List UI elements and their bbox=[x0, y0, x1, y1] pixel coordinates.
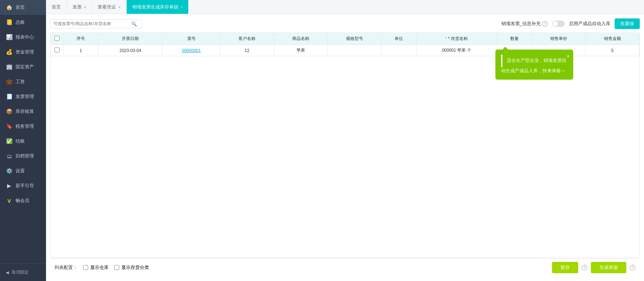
show-category-checkbox[interactable] bbox=[114, 265, 119, 270]
show-category-label: 显示存货分类 bbox=[121, 264, 149, 271]
tab-invoice-label: 发票 bbox=[73, 4, 82, 10]
search-input[interactable] bbox=[53, 21, 131, 26]
cancel-fixed-label: 取消固定 bbox=[12, 269, 29, 275]
row-seq: 1 bbox=[63, 45, 98, 56]
closing-icon: ✅ bbox=[6, 138, 13, 144]
sidebar-item-guide[interactable]: ▶ 新手引导 bbox=[0, 178, 46, 193]
col-customer: 客户名称 bbox=[220, 33, 274, 45]
col-inventory: * * 存货名称 bbox=[416, 33, 497, 45]
sidebar-item-invoice[interactable]: 🧾 发票管理 bbox=[0, 89, 46, 104]
row-product-name: 苹果 bbox=[274, 45, 328, 56]
cancel-fixed-button[interactable]: ◀ 取消固定 bbox=[0, 266, 46, 278]
sidebar-item-report[interactable]: 📊 报表中心 bbox=[0, 30, 46, 45]
col-product-name: 商品名称 bbox=[274, 33, 328, 45]
show-warehouse-group: 显示仓库 bbox=[83, 264, 109, 271]
archive-icon: 🗂 bbox=[6, 153, 13, 159]
generate-button[interactable]: 生成单据 bbox=[591, 262, 626, 273]
sidebar-item-settings[interactable]: ⚙️ 设置 bbox=[0, 164, 46, 178]
tab-home-label: 首页 bbox=[52, 4, 61, 10]
sidebar-label-ledger: 总账 bbox=[16, 19, 25, 25]
sidebar-label-closing: 结账 bbox=[16, 138, 25, 144]
sidebar-label-payroll: 工资 bbox=[16, 79, 25, 85]
col-spec: 规格型号 bbox=[328, 33, 381, 45]
sidebar-item-asset[interactable]: 🏢 固定资产 bbox=[0, 59, 46, 74]
tab-voucher-label: 查看凭证 bbox=[98, 4, 116, 10]
tab-voucher[interactable]: 查看凭证 × bbox=[92, 0, 126, 14]
save-help-icon[interactable]: ? bbox=[582, 265, 587, 270]
row-checkbox[interactable] bbox=[54, 47, 59, 52]
cancel-fixed-icon: ◀ bbox=[6, 270, 9, 275]
sidebar-label-inventory: 库存核算 bbox=[16, 108, 34, 115]
col-seq: 序号 bbox=[63, 33, 98, 45]
tooltip-popup: × 适合生产型企业，销项发票自动生成产成品入库，快来体验～ bbox=[495, 50, 573, 80]
sidebar-item-home[interactable]: 🏠 首页 bbox=[0, 0, 46, 15]
tab-voucher-close[interactable]: × bbox=[118, 5, 120, 9]
tab-bar: 首页 发票 × 查看凭证 × 销项发票生成库存单据 × bbox=[46, 0, 644, 14]
search-box[interactable]: 🔍 bbox=[50, 19, 142, 28]
sidebar-item-archive[interactable]: 🗂 归档管理 bbox=[0, 149, 46, 164]
info-label: 销项发票_信息补充 ? bbox=[501, 21, 548, 27]
row-inventory: 000001 苹果 个 bbox=[416, 45, 497, 56]
tab-home[interactable]: 首页 bbox=[46, 0, 67, 14]
enable-auto-label: 启用产成品自动入库 bbox=[569, 21, 610, 27]
batch-button[interactable]: 批量操 bbox=[615, 18, 640, 29]
row-date: 2023-03-04 bbox=[98, 45, 162, 56]
tax-icon: 🔖 bbox=[6, 123, 13, 130]
fund-icon: 💰 bbox=[6, 49, 13, 55]
tooltip-close-button[interactable]: × bbox=[567, 52, 570, 60]
tab-active-label: 销项发票生成库存单据 bbox=[132, 4, 178, 10]
sidebar-label-vip: 畅会员 bbox=[16, 197, 29, 204]
bottom-actions: 暂存 ? 生成单据 ? bbox=[552, 262, 636, 273]
search-icon: 🔍 bbox=[131, 21, 137, 27]
list-config-label: 列表配置： bbox=[54, 264, 77, 271]
tab-active[interactable]: 销项发票生成库存单据 × bbox=[127, 0, 189, 14]
select-all-checkbox[interactable] bbox=[54, 36, 59, 41]
tab-active-close[interactable]: × bbox=[180, 5, 183, 9]
row-checkbox-cell bbox=[51, 45, 63, 56]
toolbar: 🔍 销项发票_信息补充 ? 启用产成品自动入库 批量操 bbox=[50, 18, 640, 29]
col-ticket-no: 票号 bbox=[162, 33, 220, 45]
sidebar-item-closing[interactable]: ✅ 结账 bbox=[0, 134, 46, 149]
sidebar-item-tax[interactable]: 🔖 税务管理 bbox=[0, 119, 46, 134]
tab-invoice[interactable]: 发票 × bbox=[67, 0, 92, 14]
sidebar-item-payroll[interactable]: 💼 工资 bbox=[0, 74, 46, 89]
sidebar-label-archive: 归档管理 bbox=[16, 153, 34, 159]
invoice-icon: 🧾 bbox=[6, 93, 13, 100]
show-category-group: 显示存货分类 bbox=[114, 264, 149, 271]
settings-icon: ⚙️ bbox=[6, 168, 13, 174]
tab-invoice-close[interactable]: × bbox=[84, 5, 86, 9]
sidebar-item-vip[interactable]: V 畅会员 bbox=[0, 193, 46, 208]
payroll-icon: 💼 bbox=[6, 79, 13, 85]
report-icon: 📊 bbox=[6, 34, 13, 40]
col-amount: 销售金额 bbox=[586, 33, 639, 45]
col-price: 销售单价 bbox=[532, 33, 586, 45]
sidebar-label-home: 首页 bbox=[16, 4, 25, 11]
ledger-icon: 📒 bbox=[6, 19, 13, 25]
table-header-row: 序号 开票日期 票号 客户名称 商品名称 规格型号 单位 * * 存货名称 数量… bbox=[51, 33, 639, 45]
sidebar-item-fund[interactable]: 💰 资金管理 bbox=[0, 45, 46, 59]
asset-icon: 🏢 bbox=[6, 64, 13, 70]
row-ticket-no[interactable]: 00000001 bbox=[162, 45, 220, 56]
tooltip-indicator bbox=[501, 55, 502, 67]
page-content: 🔍 销项发票_信息补充 ? 启用产成品自动入库 批量操 bbox=[46, 14, 644, 281]
show-warehouse-checkbox[interactable] bbox=[83, 265, 88, 270]
vip-icon: V bbox=[6, 198, 13, 204]
auto-import-toggle[interactable] bbox=[552, 21, 565, 27]
save-button[interactable]: 暂存 bbox=[552, 262, 578, 273]
bottom-bar: 列表配置： 显示仓库 显示存货分类 暂存 ? 生成单据 ? bbox=[50, 258, 640, 277]
row-customer: 12 bbox=[220, 45, 274, 56]
home-icon: 🏠 bbox=[6, 4, 13, 11]
col-unit: 单位 bbox=[381, 33, 416, 45]
generate-help-icon[interactable]: ? bbox=[630, 265, 636, 270]
sidebar-item-ledger[interactable]: 📒 总账 bbox=[0, 15, 46, 30]
guide-icon: ▶ bbox=[6, 183, 13, 189]
row-amount: 5 bbox=[586, 45, 639, 56]
sidebar-item-inventory[interactable]: 📦 库存核算 bbox=[0, 104, 46, 119]
info-help-icon[interactable]: ? bbox=[542, 21, 548, 27]
sidebar-label-asset: 固定资产 bbox=[16, 64, 34, 70]
sidebar-label-guide: 新手引导 bbox=[16, 183, 34, 189]
row-unit bbox=[381, 45, 416, 56]
sidebar-label-fund: 资金管理 bbox=[16, 49, 34, 55]
tooltip-text: 适合生产型企业，销项发票自动生成产成品入库，快来体验～ bbox=[501, 58, 567, 73]
sidebar-label-tax: 税务管理 bbox=[16, 123, 34, 130]
